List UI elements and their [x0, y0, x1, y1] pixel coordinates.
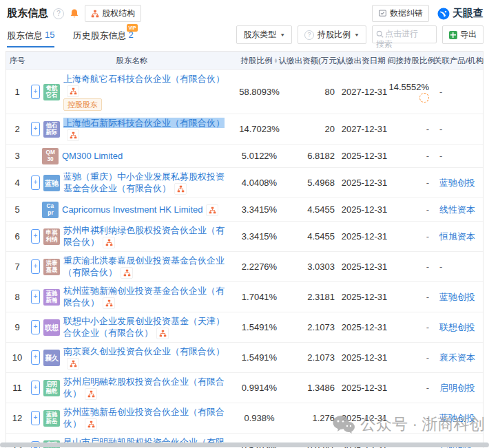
- tianyancha-logo[interactable]: 天眼查: [437, 7, 483, 20]
- tab-history-shareholder-info[interactable]: 历史股东信息 2 VIP: [72, 30, 133, 47]
- related-product-link[interactable]: 蓝驰创投: [439, 292, 475, 302]
- org-chart-icon[interactable]: [156, 328, 169, 339]
- table-row: 3QM30QM300 Limited5.0122%6.81822025-12-3…: [6, 144, 483, 167]
- col-header-indirect: 间接持股比例: [388, 56, 435, 66]
- org-chart-icon[interactable]: [85, 388, 97, 400]
- org-chart-icon[interactable]: [103, 297, 115, 309]
- company-name-line: 杭州蓝驰新瀚创业投资基金合伙企业（有限合伙）: [63, 285, 231, 309]
- search-input[interactable]: 点击进行搜索: [372, 25, 437, 43]
- table-header: 序号 股东名称 持股比例▲▼ 认缴出资额(万元)▲▼ 认缴出资日期▲▼ 间接持股…: [6, 52, 483, 70]
- sort-icon[interactable]: ▲▼: [274, 58, 278, 63]
- row-index: 9: [6, 322, 28, 332]
- col-header-date[interactable]: 认缴出资日期▲▼: [340, 56, 388, 66]
- equity-structure-button[interactable]: 股权结构: [85, 5, 141, 22]
- expand-equity-icon[interactable]: +: [31, 229, 40, 244]
- empty-value: -: [426, 204, 429, 215]
- expand-equity-icon[interactable]: +: [31, 381, 40, 395]
- related-product-cell: -: [435, 151, 483, 161]
- tab-count: 2: [128, 30, 133, 43]
- org-chart-icon[interactable]: [174, 183, 187, 195]
- expand-equity-icon[interactable]: +: [31, 122, 40, 136]
- expand-equity-icon[interactable]: +: [31, 320, 40, 334]
- refresh-icon[interactable]: [419, 93, 429, 103]
- horizontal-scrollbar[interactable]: [0, 442, 489, 447]
- related-product-link[interactable]: 蓝驰创投: [439, 178, 475, 188]
- help-icon: ?: [304, 30, 314, 40]
- data-correction-label: 数据纠错: [390, 8, 423, 19]
- related-product-link[interactable]: 恒旭资本: [439, 231, 475, 242]
- col-header-ratio[interactable]: 持股比例▲▼: [236, 56, 283, 66]
- indirect-ratio-cell: -: [388, 352, 435, 363]
- amount-value: 6.8182: [283, 151, 340, 161]
- related-product-link[interactable]: 启明创投: [439, 383, 475, 393]
- help-icon[interactable]: ?: [53, 8, 64, 19]
- company-name-link[interactable]: 上海他石新际科技合伙企业（有限合伙）: [63, 118, 225, 128]
- row-index: 8: [6, 292, 28, 302]
- related-product-cell: 蓝驰创投: [435, 291, 483, 303]
- amount-value: 80: [283, 87, 340, 97]
- col-header-amount[interactable]: 认缴出资额(万元)▲▼: [283, 56, 340, 66]
- company-avatar: 襄久: [43, 350, 60, 366]
- data-correction-button[interactable]: 数据纠错: [372, 5, 429, 22]
- expand-equity-icon[interactable]: +: [31, 85, 40, 99]
- org-chart-icon[interactable]: [121, 267, 133, 279]
- related-product-link[interactable]: 联想创投: [439, 322, 475, 332]
- org-chart-icon[interactable]: [67, 129, 79, 141]
- company-name-link[interactable]: 杭州蓝驰新瀚创业投资基金合伙企业（有限合伙）: [63, 286, 225, 308]
- col-header-name: 股东名称: [28, 56, 236, 66]
- company-name-link[interactable]: 苏州申祺利纳绿色股权投资合伙企业（有限合伙）: [63, 225, 225, 247]
- tab-label: 历史股东信息: [72, 30, 126, 43]
- expand-equity-icon[interactable]: +: [31, 290, 40, 304]
- row-index: 4: [6, 178, 28, 188]
- notification-bell-icon[interactable]: [69, 8, 80, 19]
- indirect-ratio-cell: -: [388, 322, 435, 332]
- amount-value: 20: [283, 124, 340, 134]
- company-name-link[interactable]: 重庆渝北洪泰嘉晟创业投资基金合伙企业（有限合伙）: [63, 255, 225, 277]
- expand-equity-icon[interactable]: +: [31, 175, 40, 190]
- empty-value: -: [426, 231, 429, 242]
- company-avatar: 蓝驰新岳: [43, 410, 60, 427]
- company-name-link[interactable]: 联想中小企业发展创业投资基金（天津）合伙企业（有限合伙）: [63, 316, 225, 338]
- company-name-link[interactable]: 上海奇航它石科技合伙企业（有限合伙）: [63, 74, 225, 84]
- table-row: 9+联想联想中小企业发展创业投资基金（天津）合伙企业（有限合伙）1.5491%2…: [6, 312, 483, 342]
- amount-value: 1.276: [283, 413, 340, 423]
- org-chart-icon[interactable]: [67, 358, 79, 370]
- related-product-link[interactable]: 襄禾资本: [439, 352, 475, 363]
- table-row: 8+蓝驰新瀚杭州蓝驰新瀚创业投资基金合伙企业（有限合伙）1.7041%2.318…: [6, 281, 483, 312]
- expand-equity-icon[interactable]: +: [31, 259, 40, 274]
- empty-value: -: [426, 151, 429, 161]
- related-product-link[interactable]: 线性资本: [439, 204, 475, 215]
- export-button[interactable]: 导出: [442, 25, 483, 44]
- row-index: 3: [6, 151, 28, 161]
- company-name-link[interactable]: Capricornus Investment HK Limited: [62, 204, 202, 215]
- shareholder-type-dropdown[interactable]: 股东类型 ▼: [236, 25, 292, 44]
- ratio-value: 58.8093%: [236, 87, 283, 97]
- related-product-cell: -: [435, 87, 483, 97]
- amount-value: 5.4968: [283, 178, 340, 188]
- tab-shareholder-info[interactable]: 股东信息 15: [7, 30, 54, 47]
- org-chart-icon[interactable]: [103, 237, 115, 248]
- company-name-block: 苏州启明融乾股权投资合伙企业（有限合伙）: [63, 376, 231, 400]
- company-name-line: 上海奇航它石科技合伙企业（有限合伙）: [63, 73, 231, 97]
- company-name-line: 重庆渝北洪泰嘉晟创业投资基金合伙企业（有限合伙）: [63, 255, 231, 279]
- expand-equity-icon[interactable]: +: [31, 350, 40, 365]
- company-cell: +他石新际上海他石新际科技合伙企业（有限合伙）: [28, 114, 236, 144]
- company-name-link[interactable]: 蓝驰（重庆）中小企业发展私募股权投资基金合伙企业（有限合伙）: [63, 171, 225, 193]
- expand-equity-icon[interactable]: +: [31, 411, 40, 425]
- empty-value: -: [426, 124, 429, 134]
- org-chart-icon[interactable]: [67, 85, 79, 97]
- org-chart-icon[interactable]: [206, 204, 218, 216]
- empty-value: -: [439, 124, 442, 134]
- date-value: 2025-12-31: [340, 383, 388, 393]
- empty-value: -: [426, 262, 429, 272]
- indirect-ratio-cell: -: [388, 292, 435, 302]
- ratio-filter-dropdown[interactable]: ? 持股比例 ▼: [298, 25, 366, 44]
- company-name-link[interactable]: QM300 Limited: [62, 151, 123, 161]
- amount-value: 2.1073: [283, 352, 340, 363]
- company-name-link[interactable]: 南京襄久创业投资合伙企业（有限合伙）: [63, 346, 225, 356]
- empty-value: -: [439, 87, 442, 97]
- related-product-link[interactable]: 蓝驰创投: [439, 413, 475, 423]
- equity-structure-icon: [91, 10, 99, 18]
- shareholder-table-body: 1+奇航它石上海奇航它石科技合伙企业（有限合伙）控股股东58.8093%8020…: [6, 70, 483, 448]
- org-chart-icon[interactable]: [85, 418, 97, 430]
